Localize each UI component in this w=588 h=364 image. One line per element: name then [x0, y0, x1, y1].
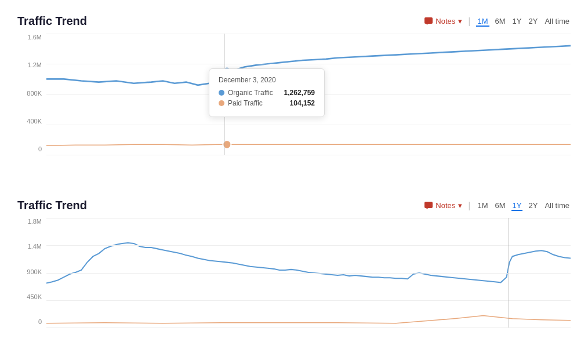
y-label-3: 800K [17, 90, 46, 97]
tooltip-paid-value: 104,152 [290, 99, 315, 107]
divider2: | [468, 201, 470, 211]
svg-marker-1 [426, 24, 428, 25]
y2-label-5: 0 [17, 318, 46, 325]
y-label-5: 0 [17, 145, 46, 152]
svg-rect-0 [424, 17, 433, 24]
chart1-notes-label: Notes [435, 17, 455, 26]
chart1-time-6m[interactable]: 6M [494, 16, 507, 27]
chart2-y-axis: 1.8M 1.4M 900K 450K 0 [17, 218, 46, 328]
tooltip-organic-value: 1,262,759 [284, 89, 315, 97]
tooltip-organic-row: Organic Traffic 1,262,759 [219, 89, 315, 97]
chart1-plot: December 3, 2020 Organic Traffic 1,262,7… [46, 34, 571, 155]
tooltip-date: December 3, 2020 [219, 76, 315, 84]
grid2-line-2 [46, 245, 571, 246]
grid-line-5 [46, 155, 571, 155]
tooltip-paid-left: Paid Traffic [219, 99, 263, 107]
chart1-time-buttons: 1M 6M 1Y 2Y All time [476, 16, 571, 27]
grid2-line-5 [46, 327, 571, 328]
y-label-4: 400K [17, 118, 46, 125]
notes-icon-2 [424, 202, 433, 209]
chevron-down-icon: ▾ [458, 17, 462, 26]
notes-icon [424, 17, 433, 25]
chart1-controls: Notes ▾ | 1M 6M 1Y 2Y All time [424, 16, 571, 27]
chart2-time-2y[interactable]: 2Y [527, 200, 539, 211]
grid2-line-3 [46, 273, 571, 274]
tooltip-paid-row: Paid Traffic 104,152 [219, 99, 315, 107]
y-label-2: 1.2M [17, 61, 46, 68]
svg-marker-3 [426, 208, 428, 209]
chart2-time-6m[interactable]: 6M [494, 200, 507, 211]
grid-line-1 [46, 34, 571, 34]
chart2-plot [46, 218, 571, 328]
chevron-down-icon-2: ▾ [458, 201, 462, 210]
chart2-grid [46, 218, 571, 327]
chart1-time-1m[interactable]: 1M [476, 16, 489, 27]
grid2-line-4 [46, 300, 571, 301]
chart1-y-axis: 1.6M 1.2M 800K 400K 0 [17, 34, 46, 155]
chart2-time-1m[interactable]: 1M [476, 200, 489, 211]
chart2-header: Traffic Trend Notes ▾ | 1M 6M 1Y 2Y All … [17, 199, 571, 212]
chart2-notes-button[interactable]: Notes ▾ [424, 201, 462, 210]
y-label-1: 1.6M [17, 34, 46, 41]
grid2-line-1 [46, 218, 571, 219]
grid-line-4 [46, 125, 571, 125]
y2-label-2: 1.4M [17, 243, 46, 250]
chart2-vertical-line [508, 218, 509, 327]
chart1-time-1y[interactable]: 1Y [511, 16, 523, 27]
tooltip-organic-left: Organic Traffic [219, 89, 273, 97]
tooltip-paid-label: Paid Traffic [228, 99, 263, 107]
chart1-title: Traffic Trend [17, 14, 87, 28]
chart1-time-2y[interactable]: 2Y [527, 16, 539, 27]
chart2-time-1y[interactable]: 1Y [511, 200, 523, 211]
paid-dot-icon [219, 100, 224, 106]
y2-label-4: 450K [17, 293, 46, 300]
chart2-controls: Notes ▾ | 1M 6M 1Y 2Y All time [424, 200, 571, 211]
grid-line-2 [46, 64, 571, 64]
chart2-area: 1.8M 1.4M 900K 450K 0 [17, 218, 571, 345]
chart1-time-alltime[interactable]: All time [543, 16, 571, 27]
chart2-time-buttons: 1M 6M 1Y 2Y All time [476, 200, 571, 211]
y2-label-3: 900K [17, 268, 46, 275]
tooltip-organic-label: Organic Traffic [228, 89, 273, 97]
chart1-area: 1.6M 1.2M 800K 400K 0 [17, 34, 571, 173]
chart2-time-alltime[interactable]: All time [543, 200, 571, 211]
svg-rect-2 [424, 202, 433, 208]
y2-label-1: 1.8M [17, 218, 46, 225]
chart2-notes-label: Notes [435, 201, 455, 210]
chart2-title: Traffic Trend [17, 199, 87, 212]
organic-dot-icon [219, 90, 224, 96]
chart1-header: Traffic Trend Notes ▾ | 1M 6M 1Y 2Y All … [17, 14, 571, 28]
chart1-container: Traffic Trend Notes ▾ | 1M 6M 1Y 2Y All … [12, 6, 576, 179]
chart1-tooltip: December 3, 2020 Organic Traffic 1,262,7… [209, 68, 325, 117]
chart1-notes-button[interactable]: Notes ▾ [424, 17, 462, 26]
chart2-container: Traffic Trend Notes ▾ | 1M 6M 1Y 2Y All … [12, 190, 576, 351]
divider1: | [468, 16, 470, 27]
